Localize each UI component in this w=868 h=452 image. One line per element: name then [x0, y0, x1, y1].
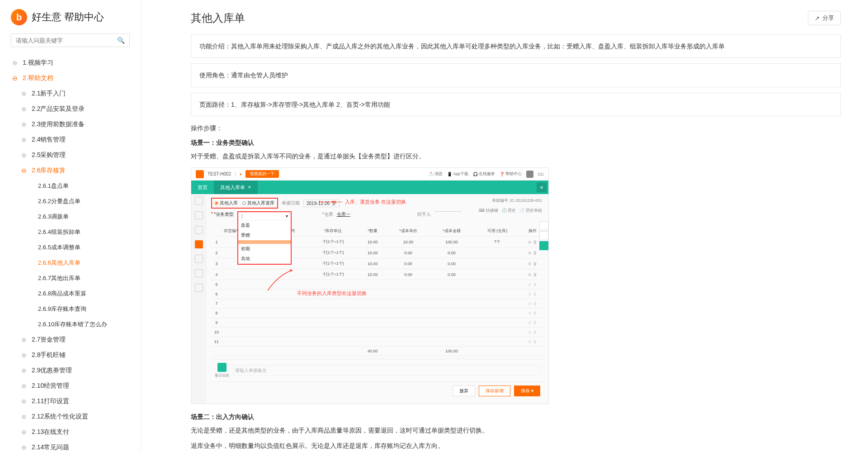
plus-icon: ⊕ — [20, 413, 28, 421]
nav-2-11[interactable]: ⊕2.11打印设置 — [20, 394, 130, 409]
plus-icon: ⊕ — [20, 428, 28, 436]
ss-avatar-icon[interactable] — [526, 171, 533, 178]
nav-2-6-5[interactable]: 2.6.5成本调整单 — [38, 240, 130, 255]
nav-2-12[interactable]: ⊕2.12系统个性化设置 — [20, 409, 130, 424]
nav-label: 2.8手机旺铺 — [32, 351, 66, 359]
nav-2-6-8[interactable]: 2.6.8商品成本重算 — [38, 286, 130, 301]
nav-label: 2.14常见问题 — [32, 443, 69, 452]
nav-2-6-9[interactable]: 2.6.9库存账本查询 — [38, 301, 130, 317]
ss-handler-input[interactable] — [434, 211, 462, 212]
ss-msg[interactable]: 📩 消息 — [429, 171, 443, 177]
plus-icon: ⊕ — [20, 443, 28, 452]
close-icon[interactable]: ✕ — [248, 185, 251, 190]
nav-2-6-10[interactable]: 2.6.10库存账本错了怎么办 — [38, 317, 130, 332]
memo-icon — [217, 363, 226, 372]
table-row-empty[interactable]: 5⊕ 🗑 — [211, 280, 544, 290]
ss-wh-value[interactable]: 仓库一 — [337, 211, 350, 218]
table-row-empty[interactable]: 11⊕ 🗑 — [211, 337, 544, 347]
ss-help[interactable]: ❓ 帮助中心 — [500, 171, 522, 177]
ss-memo-label: 备注信息 — [215, 373, 229, 378]
ss-tab-current[interactable]: 其他入库单✕ — [214, 181, 258, 194]
table-row[interactable]: 4个(1个=1个)10.000.000.00⊕ 🗑 — [211, 269, 544, 280]
ss-nav-icon[interactable] — [195, 269, 203, 277]
ss-svc[interactable]: 🎧 在线服务 — [473, 171, 495, 177]
plus-icon: ⊕ — [20, 136, 28, 144]
nav-video-learning[interactable]: ⊕ 1.视频学习 — [11, 55, 130, 71]
plus-icon: ⊕ — [20, 382, 28, 390]
ss-arrow-annotation — [265, 270, 297, 293]
nav-2-6-3[interactable]: 2.6.3调拨单 — [38, 209, 130, 224]
ss-leftnav — [191, 194, 207, 404]
role-label: 使用角色： — [199, 71, 231, 79]
nav-help-docs[interactable]: ⊖ 2.帮助文档 — [11, 71, 130, 86]
nav-2-6-6[interactable]: 2.6.6其他入库单 — [38, 255, 130, 271]
plus-icon: ⊕ — [20, 366, 28, 375]
nav-2-2[interactable]: ⊕2.2产品安装及登录 — [20, 101, 130, 117]
ss-rbtn-active[interactable] — [539, 241, 548, 250]
nav-label: 2.6.4组装拆卸单 — [38, 228, 80, 236]
nav-2-3[interactable]: ⊕2.3使用前数据准备 — [20, 117, 130, 132]
sidebar: b 好生意 帮助中心 🔍 ⊕ 1.视频学习 ⊖ 2.帮助文档 ⊕2.1新手入门 … — [0, 0, 141, 452]
ss-save-new-button[interactable]: 保存新增 — [479, 385, 510, 396]
table-row-empty[interactable]: 8⊕ 🗑 — [211, 309, 544, 318]
role-text: 通常由仓管人员维护 — [231, 71, 288, 79]
ss-nav-icon[interactable] — [195, 197, 203, 205]
ss-new-button[interactable]: 我要新的一下 — [245, 170, 279, 178]
ss-radio-in[interactable]: 其他入库 — [215, 200, 238, 206]
ss-nav-icon[interactable] — [195, 255, 203, 263]
ss-app[interactable]: 📱 App下载 — [447, 171, 468, 177]
nav-label: 2.9优惠券管理 — [32, 366, 72, 375]
ss-rbtn[interactable] — [539, 221, 548, 230]
ss-tab-home[interactable]: 首页 — [191, 181, 214, 194]
ss-date-input[interactable]: 2019-12-26 📅 — [303, 200, 340, 207]
share-button[interactable]: ↗ 分享 — [808, 11, 841, 25]
nav-2-8[interactable]: ⊕2.8手机旺铺 — [20, 347, 130, 363]
ss-account: TEST-H002 — [208, 171, 231, 176]
nav-2-9[interactable]: ⊕2.9优惠券管理 — [20, 363, 130, 378]
table-row-empty[interactable]: 6⊕ 🗑 — [211, 290, 544, 299]
ss-dd-opt[interactable]: 受赠 — [238, 230, 291, 240]
nav-2-6[interactable]: ⊖2.6库存核算 — [20, 163, 130, 178]
ss-dd-opt[interactable] — [238, 240, 291, 244]
ss-save-button[interactable]: 保存 ▾ — [514, 385, 540, 396]
table-row-empty[interactable]: 10⊕ 🗑 — [211, 328, 544, 337]
ss-memo-input[interactable]: 请输入单据备注 — [233, 365, 540, 376]
ss-nav-icon[interactable] — [195, 226, 203, 234]
plus-icon: ⊕ — [11, 59, 19, 67]
ss-radio-return[interactable]: 其他入库退库 — [242, 200, 274, 206]
nav-2-4[interactable]: ⊕2.4销售管理 — [20, 132, 130, 147]
nav-2-6-7[interactable]: 2.6.7其他出库单 — [38, 271, 130, 286]
ss-nav-icon-active[interactable] — [195, 240, 203, 248]
ss-nav-icon[interactable] — [195, 211, 203, 219]
ss-rbtn[interactable] — [539, 231, 548, 240]
nav-2-1[interactable]: ⊕2.1新手入门 — [20, 86, 130, 101]
intro-text: 其他入库单用来处理除采购入库、产成品入库之外的其他入库业务，因此其他入库单可处理… — [231, 43, 725, 50]
search-icon[interactable]: 🔍 — [117, 37, 125, 44]
nav-2-10[interactable]: ⊕2.10经营管理 — [20, 378, 130, 394]
ss-discard-button[interactable]: 放弃 — [453, 385, 475, 396]
ss-biztype-dropdown[interactable]: ▯▾ 盘盈 受赠 初期 其他 — [237, 211, 292, 265]
nav-label: 2.10经营管理 — [32, 382, 69, 390]
ss-nav-icon[interactable] — [195, 284, 203, 292]
table-row-empty[interactable]: 9⊕ 🗑 — [211, 318, 544, 328]
ss-wh-label: *仓库 — [322, 211, 333, 218]
nav-2-6-2[interactable]: 2.6.2分量盘点单 — [38, 194, 130, 209]
nav-2-13[interactable]: ⊕2.13在线支付 — [20, 424, 130, 440]
nav-2-6-4[interactable]: 2.6.4组装拆卸单 — [38, 224, 130, 240]
ss-dd-opt[interactable]: 初期 — [238, 244, 291, 254]
ss-tab-close-all[interactable]: ✕ — [537, 182, 547, 192]
nav-2-6-1[interactable]: 2.6.1盘点单 — [38, 178, 130, 194]
ss-dd-opt[interactable]: 其他 — [238, 254, 291, 264]
nav-2-7[interactable]: ⊕2.7资金管理 — [20, 332, 130, 347]
table-row-empty[interactable]: 7⊕ 🗑 — [211, 299, 544, 309]
nav-label: 2.12系统个性化设置 — [32, 413, 88, 421]
share-icon: ↗ — [815, 15, 820, 22]
nav-2-14[interactable]: ⊕2.14常见问题 — [20, 440, 130, 452]
path-text: 1、库存核算->库存管理->其他入库单 2、首页->常用功能 — [231, 101, 390, 108]
ss-dd-opt[interactable]: 盘盈 — [238, 220, 291, 230]
nav-2-5[interactable]: ⊕2.5采购管理 — [20, 147, 130, 163]
plus-icon: ⊕ — [20, 90, 28, 98]
logo-icon: b — [11, 9, 27, 25]
search-input[interactable] — [16, 37, 117, 44]
search-box[interactable]: 🔍 — [11, 33, 130, 47]
